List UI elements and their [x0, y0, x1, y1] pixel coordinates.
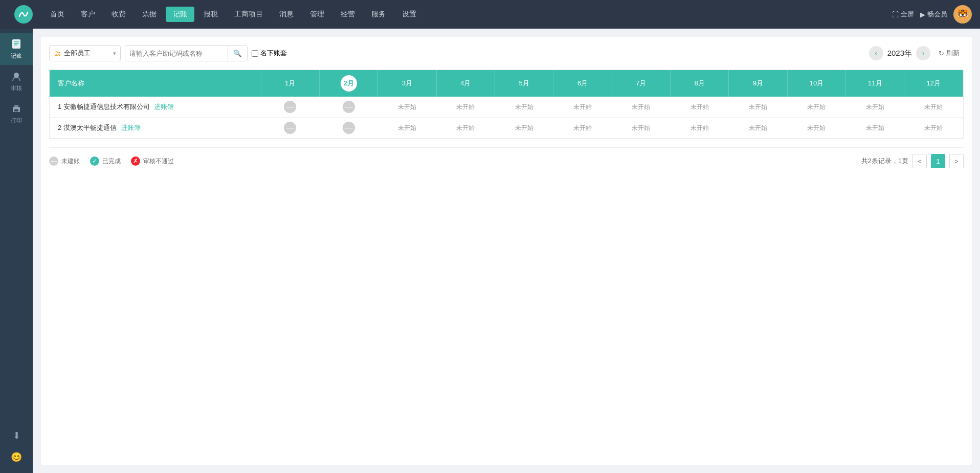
refresh-button[interactable]: ↻ 刷新 [934, 47, 964, 60]
nav-item-business[interactable]: 工商项目 [227, 7, 270, 22]
month-cell-9: 未开始 [729, 97, 787, 118]
status-not-started: 未开始 [691, 124, 709, 131]
svg-rect-8 [14, 109, 18, 111]
refresh-label: 刷新 [946, 49, 960, 58]
member-button[interactable]: ▶ 畅会员 [920, 10, 947, 19]
col-header-m10: 10月 [787, 70, 845, 97]
col-header-m2: 2月 [319, 70, 377, 97]
status-circle[interactable]: — [343, 101, 355, 113]
prev-page-button[interactable]: < [912, 154, 927, 168]
checkbox-label: 名下账套 [260, 49, 287, 58]
col-header-m6: 6月 [553, 70, 612, 97]
svg-rect-7 [14, 105, 18, 107]
client-name-cell: 2漠澳太平畅捷通信进账簿 [50, 118, 261, 139]
status-not-started: 未开始 [398, 103, 416, 110]
status-not-started: 未开始 [807, 124, 826, 131]
status-not-started: 未开始 [632, 103, 650, 110]
sidebar-item-print[interactable]: 打印 [0, 97, 33, 129]
account-table: 客户名称 1月 2月 3月 4月 5月 6月 7月 8月 9月 10月 11月 [50, 70, 963, 139]
nav-item-tax[interactable]: 报税 [196, 7, 225, 22]
status-not-started: 未开始 [924, 103, 943, 110]
month-cell-12: 未开始 [904, 97, 963, 118]
nav-item-bookkeeping[interactable]: 记账 [166, 7, 194, 22]
sidebar: 记账 审核 打印 ⬇ 😊 [0, 29, 33, 473]
nav-right-area: ⛶ 全屏 ▶ 畅会员 🐯 [892, 5, 972, 24]
table-row: 1安徽畅捷通信息技术有限公司进账簿——未开始未开始未开始未开始未开始未开始未开始… [50, 97, 963, 118]
next-page-button[interactable]: > [949, 154, 964, 168]
search-input[interactable] [125, 46, 228, 61]
month-cell-4: 未开始 [436, 118, 495, 139]
legend: — 未建账 ✓ 已完成 ✗ 审核不通过 [49, 156, 174, 166]
enter-ledger-link[interactable]: 进账簿 [121, 124, 141, 131]
legend-rejected-label: 审核不通过 [143, 157, 174, 166]
svg-rect-1 [12, 39, 20, 49]
client-name: 漠澳太平畅捷通信 [63, 124, 117, 131]
nav-item-settings[interactable]: 设置 [395, 7, 424, 22]
col-header-m3: 3月 [378, 70, 436, 97]
nav-item-service[interactable]: 服务 [364, 7, 393, 22]
month-cell-11: 未开始 [846, 118, 904, 139]
nav-item-message[interactable]: 消息 [272, 7, 301, 22]
status-not-started: 未开始 [456, 124, 475, 131]
pagination-total: 共2条记录，1页 [861, 156, 908, 166]
month-cell-7: 未开始 [612, 97, 670, 118]
pagination: 共2条记录，1页 < 1 > [861, 154, 964, 168]
chevron-down-icon: ▾ [113, 50, 116, 57]
sidebar-user-button[interactable]: 😊 [0, 447, 33, 467]
status-not-started: 未开始 [691, 103, 709, 110]
fullscreen-button[interactable]: ⛶ 全屏 [892, 10, 914, 19]
legend-completed-label: 已完成 [102, 157, 121, 166]
my-accounts-checkbox[interactable] [252, 50, 258, 57]
sidebar-item-audit[interactable]: 审核 [0, 65, 33, 97]
status-circle[interactable]: — [343, 122, 355, 134]
nav-item-home[interactable]: 首页 [43, 7, 72, 22]
month-cell-2[interactable]: — [319, 118, 377, 139]
prev-year-button[interactable]: ‹ [869, 46, 883, 60]
search-wrap: 🔍 [125, 45, 248, 61]
nav-item-manage[interactable]: 管理 [303, 7, 331, 22]
status-circle[interactable]: — [284, 122, 296, 134]
month-cell-2[interactable]: — [319, 97, 377, 118]
next-year-button[interactable]: › [916, 46, 930, 60]
audit-icon [10, 70, 23, 82]
month-cell-6: 未开始 [553, 118, 612, 139]
month-cell-5: 未开始 [495, 97, 553, 118]
checkbox-wrap[interactable]: 名下账套 [252, 49, 287, 58]
status-not-started: 未开始 [632, 124, 650, 131]
legend-dot-teal: ✓ [90, 156, 99, 166]
sidebar-audit-label: 审核 [11, 84, 22, 92]
search-button[interactable]: 🔍 [228, 46, 247, 61]
print-icon [10, 102, 23, 115]
employee-select[interactable]: 🗂 全部员工 ▾ [49, 45, 121, 61]
status-not-started: 未开始 [456, 103, 475, 110]
col-header-m12: 12月 [904, 70, 963, 97]
nav-item-client[interactable]: 客户 [74, 7, 102, 22]
month-cell-6: 未开始 [553, 97, 612, 118]
nav-item-fee[interactable]: 收费 [104, 7, 133, 22]
avatar[interactable]: 🐯 [953, 5, 972, 24]
page-1-button[interactable]: 1 [931, 154, 945, 168]
fullscreen-label: 全屏 [901, 10, 914, 19]
nav-item-operation[interactable]: 经营 [333, 7, 362, 22]
employee-text: 全部员工 [64, 49, 110, 58]
year-navigation: ‹ 2023年 › [869, 46, 930, 60]
col-header-m8: 8月 [671, 70, 729, 97]
sidebar-bookkeeping-label: 记账 [11, 52, 22, 60]
top-navigation: 首页 客户 收费 票据 记账 报税 工商项目 消息 管理 经营 服务 设置 ⛶ … [0, 0, 980, 29]
status-circle[interactable]: — [284, 101, 296, 113]
enter-ledger-link[interactable]: 进账簿 [154, 103, 174, 110]
bookkeeping-icon [10, 38, 23, 50]
year-text: 2023年 [887, 49, 912, 58]
sidebar-item-bookkeeping[interactable]: 记账 [0, 33, 33, 65]
month-cell-12: 未开始 [904, 118, 963, 139]
month-cell-7: 未开始 [612, 118, 670, 139]
svg-rect-3 [14, 43, 19, 44]
legend-not-created: — 未建账 [49, 156, 80, 166]
month-cell-1[interactable]: — [261, 97, 319, 118]
month-cell-10: 未开始 [787, 118, 845, 139]
status-not-started: 未开始 [749, 103, 767, 110]
sidebar-download-button[interactable]: ⬇ [0, 426, 33, 445]
nav-item-invoice[interactable]: 票据 [135, 7, 164, 22]
client-number: 2 [58, 124, 61, 131]
month-cell-1[interactable]: — [261, 118, 319, 139]
